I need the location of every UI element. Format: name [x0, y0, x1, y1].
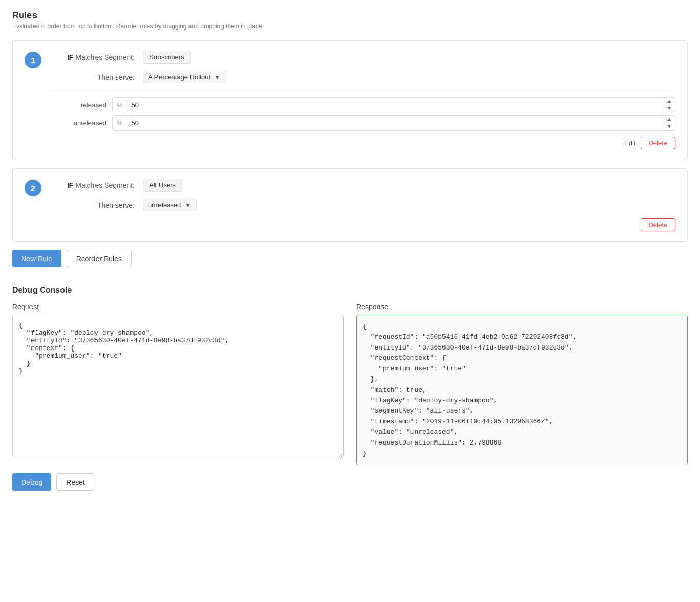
response-box: { "requestId": "a50b5416-41fd-4eb2-9a62-… [356, 315, 688, 465]
rule-actions-1: EditDelete [51, 137, 675, 149]
request-textarea[interactable] [12, 315, 344, 457]
debug-button[interactable]: Debug [12, 473, 51, 491]
rule-actions-2: Delete [51, 218, 675, 231]
then-serve-label-2: Then serve: [51, 201, 143, 209]
rule-serve-row-1: Then serve: A Percentage Rollout ▼ [51, 71, 675, 83]
segment-badge-1: Subscribers [143, 51, 191, 64]
rule-card-2: 2IF Matches Segment: All UsersThen serve… [12, 168, 688, 242]
rollout-section-1: released % ▲ ▼ unreleased % [51, 90, 675, 131]
debug-actions: Debug Reset [12, 473, 688, 491]
if-label-2: IF Matches Segment: [51, 181, 143, 189]
percent-icon-1-0: % [113, 99, 128, 111]
rule-body-2: IF Matches Segment: All UsersThen serve:… [51, 179, 675, 231]
debug-section: Debug Console Request Response { "reques… [12, 286, 688, 491]
rule-if-row-1: IF Matches Segment: Subscribers [51, 51, 675, 64]
reorder-rules-button[interactable]: Reorder Rules [67, 250, 132, 267]
segment-badge-2: All Users [143, 179, 182, 192]
rule-if-row-2: IF Matches Segment: All Users [51, 179, 675, 192]
rollout-label-1-0: released [51, 101, 112, 109]
debug-title: Debug Console [12, 286, 688, 295]
rollout-increment-1-0[interactable]: ▲ [663, 98, 675, 105]
delete-button-1[interactable]: Delete [641, 137, 675, 149]
rule-action-buttons: New Rule Reorder Rules [12, 250, 688, 267]
debug-columns: Request Response { "requestId": "a50b541… [12, 303, 688, 465]
if-label-1: IF Matches Segment: [51, 53, 143, 61]
chevron-down-icon: ▼ [185, 202, 191, 209]
response-label: Response [356, 303, 688, 311]
edit-button-1[interactable]: Edit [624, 139, 635, 147]
rollout-label-1-1: unreleased [51, 119, 112, 127]
rollout-row-1-1: unreleased % ▲ ▼ [51, 115, 675, 131]
serve-value-1: A Percentage Rollout [148, 73, 210, 81]
request-column: Request [12, 303, 344, 465]
reset-button[interactable]: Reset [56, 473, 94, 491]
rollout-input-1-0[interactable] [128, 99, 663, 111]
page-title: Rules [12, 10, 688, 21]
rule-body-1: IF Matches Segment: SubscribersThen serv… [51, 51, 675, 149]
rollout-spinner-1-1: ▲ ▼ [663, 116, 675, 130]
rollout-increment-1-1[interactable]: ▲ [663, 116, 675, 123]
rollout-input-1-1[interactable] [128, 117, 663, 130]
rules-container: 1IF Matches Segment: SubscribersThen ser… [12, 40, 688, 242]
page-subtitle: Evaluated in order from top to bottom. R… [12, 23, 688, 30]
percent-icon-1-1: % [113, 117, 128, 129]
rollout-spinner-1-0: ▲ ▼ [663, 98, 675, 112]
delete-button-2[interactable]: Delete [641, 218, 675, 231]
rollout-decrement-1-1[interactable]: ▼ [663, 123, 675, 130]
rule-number-2: 2 [25, 180, 41, 196]
rule-card-1: 1IF Matches Segment: SubscribersThen ser… [12, 40, 688, 160]
new-rule-button[interactable]: New Rule [12, 250, 61, 267]
rollout-input-wrapper-1-1: % ▲ ▼ [112, 115, 675, 131]
rollout-row-1-0: released % ▲ ▼ [51, 97, 675, 112]
serve-select-1[interactable]: A Percentage Rollout ▼ [143, 71, 226, 83]
serve-value-2: unreleased [148, 201, 181, 209]
rollout-decrement-1-0[interactable]: ▼ [663, 105, 675, 112]
request-label: Request [12, 303, 344, 311]
rollout-input-wrapper-1-0: % ▲ ▼ [112, 97, 675, 112]
then-serve-label-1: Then serve: [51, 73, 143, 81]
serve-select-2[interactable]: unreleased ▼ [143, 199, 197, 211]
rule-number-1: 1 [25, 52, 41, 68]
rule-serve-row-2: Then serve: unreleased ▼ [51, 199, 675, 211]
response-column: Response { "requestId": "a50b5416-41fd-4… [356, 303, 688, 465]
chevron-down-icon: ▼ [214, 74, 220, 81]
